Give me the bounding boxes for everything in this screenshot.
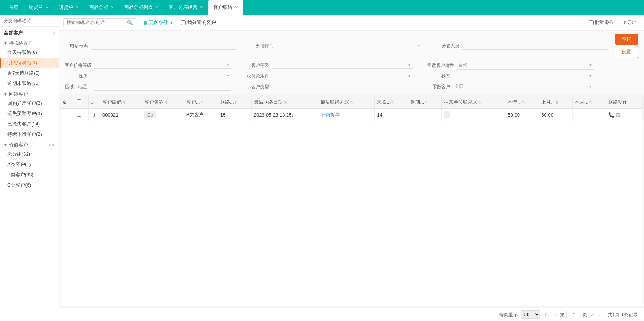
sidebar-item-overdue-pending[interactable]: 逾期未联络(30): [0, 78, 59, 89]
my-customers-checkbox[interactable]: 我分管的客户: [181, 19, 216, 26]
sidebar-item-churn-warning[interactable]: 流失预警客户(3): [0, 108, 59, 119]
phone-input[interactable]: [91, 42, 236, 50]
nav-home[interactable]: 首页: [4, 0, 24, 15]
customer-level-select[interactable]: ▼: [272, 62, 413, 69]
col-last-contact-method[interactable]: 最后联络方式⇅: [318, 96, 375, 109]
content-area: 🔍 ▦ 更多条件 ▲ 我分管的客户 批量操作 ⤴ 导出: [59, 15, 644, 321]
col-customer-name[interactable]: 客户名称⇅: [142, 96, 184, 109]
col-settings[interactable]: ⚙: [60, 96, 74, 109]
col-contact-count[interactable]: 联络...⇅: [218, 96, 251, 109]
value-group-icons: ↺ ✎: [47, 143, 55, 148]
cell-checkbox[interactable]: [74, 109, 88, 121]
last-method-link[interactable]: 下销货单: [321, 112, 340, 117]
page-size-select[interactable]: 50 100: [521, 310, 540, 319]
batch-check[interactable]: [589, 20, 594, 25]
triangle-icon: ▼: [4, 92, 7, 96]
customer-type-select[interactable]: [272, 86, 413, 88]
page-unit: 页: [582, 311, 587, 318]
close-icon[interactable]: ✕: [200, 5, 203, 10]
cell-code: 000021: [100, 109, 142, 121]
export-button[interactable]: ⤴ 导出: [620, 18, 640, 27]
sidebar-item-ungrouped[interactable]: 未分组(32): [0, 149, 59, 159]
col-customer-type[interactable]: 客户...⇅: [184, 96, 218, 109]
more-icon[interactable]: ···: [600, 43, 606, 48]
close-icon[interactable]: ✕: [111, 5, 114, 10]
search-input[interactable]: [67, 20, 126, 25]
page-input[interactable]: [566, 311, 581, 318]
nav-customer-contact[interactable]: 客户联络 ✕: [208, 0, 243, 15]
col-contacts[interactable]: 往来单位联系人⇅: [442, 96, 505, 109]
nav-product-analysis-list[interactable]: 商品分析列表 ✕: [119, 0, 164, 15]
page-navigation: |< < 第 页 > >|: [543, 311, 605, 318]
nav-customer-segmentation[interactable]: 客户分层经营 ✕: [164, 0, 208, 15]
first-page-button[interactable]: |<: [543, 311, 551, 318]
sidebar-item-a-class[interactable]: A类客户(1): [0, 159, 59, 170]
nav-purchase-order[interactable]: 进货单 ✕: [54, 0, 84, 15]
close-icon[interactable]: ✕: [76, 5, 79, 10]
more-icon[interactable]: ···: [223, 84, 230, 89]
col-this-year[interactable]: 本年...⇅: [505, 96, 539, 109]
cell-name[interactable]: Ea: [142, 109, 184, 121]
sidebar-search-input[interactable]: [4, 18, 59, 23]
select-all-checkbox[interactable]: [77, 99, 81, 104]
retail-customer-select[interactable]: 全部 ▼: [453, 82, 594, 91]
my-customers-check[interactable]: [181, 20, 186, 25]
col-customer-code[interactable]: 客户编码⇅: [100, 96, 142, 109]
triangle-icon: ▼: [4, 143, 7, 147]
cell-index: 1: [89, 109, 100, 121]
sidebar-item-7days-pending[interactable]: 近7天待联络(0): [0, 68, 59, 78]
manager-select[interactable]: ···: [462, 42, 608, 50]
table-row: 1 000021 Ea B类客户 15 2023-05-23 18:25: 下销…: [60, 109, 643, 121]
prev-page-button[interactable]: <: [552, 311, 559, 318]
next-page-button[interactable]: >: [589, 311, 595, 318]
col-checkbox[interactable]: [74, 96, 88, 109]
sort-icon: ⇅: [283, 100, 286, 104]
col-this-month[interactable]: 本月...⇅: [573, 96, 606, 109]
more-conditions-button[interactable]: ▦ 更多条件 ▲: [140, 18, 177, 27]
sort-icon: ⇅: [589, 100, 592, 104]
query-button[interactable]: 查询: [615, 34, 638, 45]
sidebar-item-today-pending[interactable]: 今天待联络(0): [0, 47, 59, 58]
sidebar-search-box[interactable]: 🔍: [0, 15, 59, 27]
grid-icon[interactable]: ⊞: [616, 112, 620, 118]
status-select[interactable]: ▼: [453, 73, 594, 79]
col-last-contact-date[interactable]: 最后联络日期⇅: [251, 96, 318, 109]
col-overdue[interactable]: 逾期...⇅: [408, 96, 442, 109]
filter-icon: ▦: [143, 20, 148, 25]
all-customers-label: 全部客户: [4, 30, 23, 36]
sidebar-item-churned[interactable]: 已流失客户(24): [0, 119, 59, 129]
last-page-button[interactable]: >|: [597, 311, 605, 318]
sidebar-item-abnormal-repurchase[interactable]: 回购异常客户(2): [0, 98, 59, 108]
settings-button[interactable]: 设置: [615, 46, 638, 58]
payment-terms-select[interactable]: ▼: [272, 73, 413, 79]
search-icon[interactable]: 🔍: [127, 20, 133, 25]
all-customers-header[interactable]: 全部客户 «: [0, 27, 59, 38]
col-unlinked[interactable]: 未联...⇅: [375, 96, 408, 109]
region-select[interactable]: ···: [94, 83, 231, 91]
cell-last-month: 50.00: [539, 109, 573, 121]
sidebar-item-b-class[interactable]: B类客户(33): [0, 170, 59, 180]
close-icon[interactable]: ✕: [45, 5, 49, 10]
sidebar-item-tomorrow-pending[interactable]: 明天待联络(1): [0, 58, 59, 68]
sidebar-item-declining[interactable]: 持续下滑客户(2): [0, 129, 59, 139]
chevron-down-icon: ▼: [589, 84, 592, 89]
batch-operation-button[interactable]: 批量操作: [586, 18, 617, 27]
close-icon[interactable]: ✕: [235, 5, 238, 10]
sidebar-item-c-class[interactable]: C类客户(6): [0, 180, 59, 190]
nav-sales-order[interactable]: 销货单 ✕: [24, 0, 54, 15]
nav-product-analysis[interactable]: 商品分析 ✕: [84, 0, 119, 15]
retail-attr-select[interactable]: 全部 ▼: [457, 61, 594, 70]
department-select[interactable]: ▼: [277, 42, 422, 49]
price-level-select[interactable]: ▼: [94, 62, 231, 69]
phone-icon[interactable]: 📞: [608, 112, 615, 118]
top-navigation: 首页 销货单 ✕ 进货单 ✕ 商品分析 ✕ 商品分析列表 ✕ 客户分层经营 ✕ …: [0, 0, 644, 15]
search-box[interactable]: 🔍: [63, 18, 136, 27]
close-icon[interactable]: ✕: [155, 5, 158, 10]
chevron-down-icon: ▼: [407, 74, 411, 78]
cell-this-year: 50.00: [505, 109, 539, 121]
cell-contact: 15: [218, 109, 251, 121]
nature-select[interactable]: ▼: [91, 73, 231, 79]
cell-last-method[interactable]: 下销货单: [318, 109, 375, 121]
row-checkbox[interactable]: [77, 112, 81, 117]
col-last-month[interactable]: 上月...⇅: [539, 96, 573, 109]
